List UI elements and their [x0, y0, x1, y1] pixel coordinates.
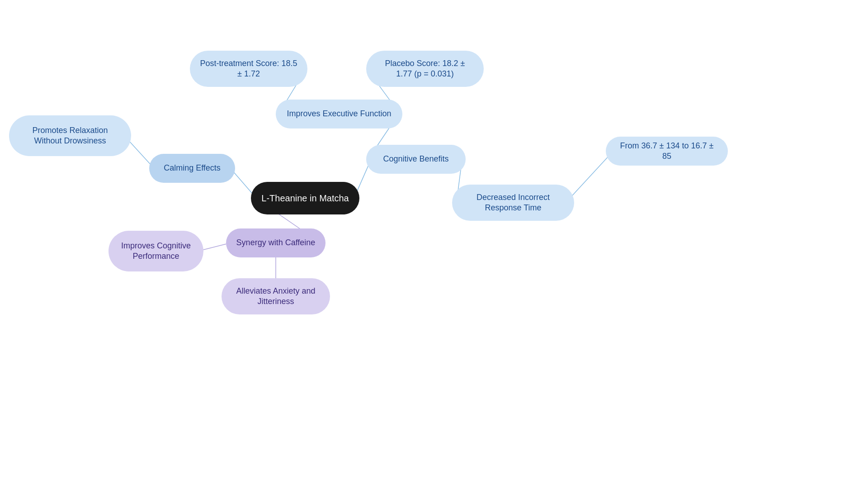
mind-map: L-Theanine in Matcha Calming Effects Pro… [0, 0, 868, 490]
node-synergy-caffeine: Synergy with Caffeine [226, 228, 326, 257]
node-from-36: From 36.7 ± 134 to 16.7 ± 85 [606, 137, 728, 166]
node-promotes-relaxation: Promotes Relaxation Without Drowsiness [9, 115, 131, 156]
node-alleviates-anxiety: Alleviates Anxiety and Jitteriness [222, 278, 330, 314]
node-center: L-Theanine in Matcha [251, 182, 359, 214]
node-improves-cognitive: Improves Cognitive Performance [108, 231, 203, 271]
node-improves-executive: Improves Executive Function [276, 100, 402, 128]
node-calming-effects: Calming Effects [149, 154, 235, 183]
node-post-treatment: Post-treatment Score: 18.5 ± 1.72 [190, 51, 307, 87]
node-placebo-score: Placebo Score: 18.2 ± 1.77 (p = 0.031) [366, 51, 484, 87]
node-decreased-response: Decreased Incorrect Response Time [452, 185, 574, 221]
node-cognitive-benefits: Cognitive Benefits [366, 145, 466, 174]
